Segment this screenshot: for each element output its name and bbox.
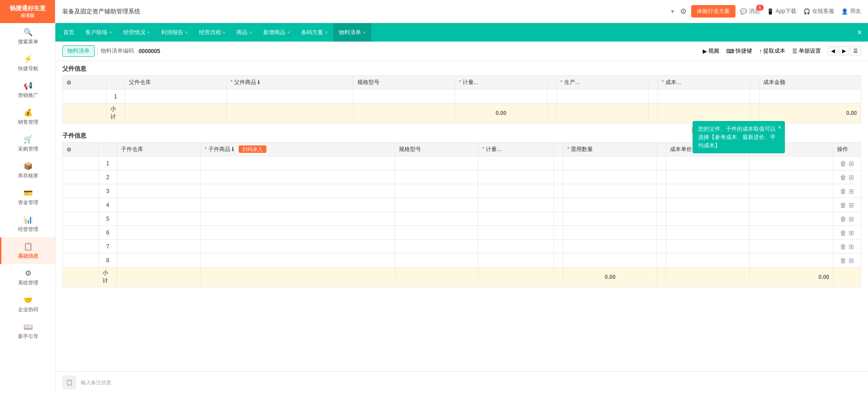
sidebar-item-1[interactable]: ⚡快捷导航 [0, 50, 55, 77]
child-row4-copy-icon[interactable]: ⊞ [849, 201, 854, 209]
parent-row1-production[interactable] [556, 90, 649, 103]
online-service-button[interactable]: 🎧 在线客服 [803, 7, 834, 15]
child-row6-price[interactable] [666, 226, 750, 240]
child-row6-delete-icon[interactable]: 🗑 [840, 229, 846, 236]
child-row3-qty[interactable] [563, 184, 657, 198]
child-row7-qty[interactable] [563, 240, 657, 254]
parent-col-settings[interactable]: ⚙ [63, 76, 107, 90]
child-row6-qty[interactable] [563, 226, 657, 240]
child-row1-delete-icon[interactable]: 🗑 [840, 160, 846, 167]
child-row7-warehouse[interactable] [117, 240, 200, 254]
child-row4-delete-icon[interactable]: 🗑 [840, 201, 846, 209]
parent-row1-product[interactable] [226, 90, 353, 103]
nav-tab-close-8[interactable]: × [363, 30, 366, 35]
child-row8-unit[interactable] [478, 254, 554, 267]
child-row1-amount[interactable] [750, 157, 833, 170]
sidebar-item-10[interactable]: 🤝企业协同 [0, 291, 55, 318]
child-row4-warehouse[interactable] [117, 198, 200, 212]
child-row5-price[interactable] [666, 212, 750, 226]
nav-tab-6[interactable]: 新增商品× [258, 23, 295, 42]
dropdown-arrow[interactable]: ▼ [670, 8, 675, 15]
child-row7-spec[interactable] [395, 240, 478, 254]
child-row5-copy-icon[interactable]: ⊞ [849, 215, 854, 223]
child-row5-delete-icon[interactable]: 🗑 [840, 215, 846, 223]
child-row4-product[interactable] [200, 198, 395, 212]
child-row3-product[interactable] [200, 184, 395, 198]
child-row7-amount[interactable] [750, 240, 833, 254]
child-row6-spec[interactable] [395, 226, 478, 240]
single-settings-button[interactable]: ☰ 单据设置 [792, 47, 821, 55]
child-row3-amount[interactable] [750, 184, 833, 198]
sub-tab-bom[interactable]: 物料清单 [62, 45, 95, 57]
child-row1-copy-icon[interactable]: ⊞ [849, 160, 854, 167]
child-row3-copy-icon[interactable]: ⊞ [849, 187, 854, 195]
sidebar-item-9[interactable]: ⚙系统管理 [0, 264, 55, 291]
child-row5-unit[interactable] [478, 212, 554, 226]
child-row8-product[interactable] [200, 254, 395, 267]
nav-tab-close-3[interactable]: × [185, 30, 188, 35]
prev-page-button[interactable]: ◀ [828, 47, 838, 55]
child-row6-product[interactable] [200, 226, 395, 240]
sidebar-item-8[interactable]: 📋基础信息 [0, 237, 55, 264]
parent-row1-unit[interactable] [455, 90, 547, 103]
child-row8-price[interactable] [666, 254, 750, 267]
child-row8-copy-icon[interactable]: ⊞ [849, 257, 854, 264]
child-row2-copy-icon[interactable]: ⊞ [849, 174, 854, 181]
nav-tab-close-1[interactable]: × [109, 30, 112, 35]
parent-row1-warehouse[interactable] [125, 90, 226, 103]
nav-tab-4[interactable]: 经营历程× [193, 23, 231, 42]
child-row3-spec[interactable] [395, 184, 478, 198]
parent-row1-cost-amount[interactable] [760, 90, 861, 103]
sidebar-item-11[interactable]: 📖新手引导 [0, 318, 55, 345]
close-icon[interactable]: × [778, 123, 781, 132]
extract-cost-button[interactable]: ↑ 提取成本 [759, 47, 785, 55]
sidebar-item-0[interactable]: 🔍搜索菜单 [0, 23, 55, 50]
trial-button[interactable]: 体验行业方案 [691, 5, 735, 18]
child-row2-warehouse[interactable] [117, 170, 200, 184]
nav-tab-2[interactable]: 经营情况× [118, 23, 156, 42]
nav-tab-1[interactable]: 客户联络× [80, 23, 118, 42]
child-row3-warehouse[interactable] [117, 184, 200, 198]
child-row6-warehouse[interactable] [117, 226, 200, 240]
sidebar-item-7[interactable]: 📊经营管理 [0, 211, 55, 237]
list-view-button[interactable]: ☰ [850, 47, 861, 55]
nav-tab-8[interactable]: 物料清单× [333, 23, 371, 42]
child-row2-delete-icon[interactable]: 🗑 [840, 174, 846, 181]
child-row1-unit[interactable] [478, 157, 554, 170]
child-row1-price[interactable] [666, 157, 750, 170]
sidebar-item-2[interactable]: 📢营销推广 [0, 77, 55, 103]
child-row4-qty[interactable] [563, 198, 657, 212]
child-row4-price[interactable] [666, 198, 750, 212]
child-row5-qty[interactable] [563, 212, 657, 226]
child-row2-price[interactable] [666, 170, 750, 184]
nav-tab-close-5[interactable]: × [249, 30, 252, 35]
user-button[interactable]: 👤 用友 [841, 7, 861, 15]
child-row7-unit[interactable] [478, 240, 554, 254]
nav-tab-close-7[interactable]: × [325, 30, 328, 35]
child-row1-qty[interactable] [563, 157, 657, 170]
child-row3-price[interactable] [666, 184, 750, 198]
child-row6-copy-icon[interactable]: ⊞ [849, 229, 854, 236]
message-button[interactable]: 💬 消息 6 [740, 7, 760, 15]
sidebar-item-3[interactable]: 💰销售管理 [0, 103, 55, 130]
scan-button[interactable]: 扫码录入 [239, 145, 266, 153]
child-row7-copy-icon[interactable]: ⊞ [849, 243, 854, 250]
next-page-button[interactable]: ▶ [839, 47, 849, 55]
child-row5-spec[interactable] [395, 212, 478, 226]
child-row4-spec[interactable] [395, 198, 478, 212]
child-row4-unit[interactable] [478, 198, 554, 212]
nav-tab-close-4[interactable]: × [223, 30, 226, 35]
nav-tab-0[interactable]: 首页 [58, 23, 80, 42]
child-row8-amount[interactable] [750, 254, 833, 267]
child-col-settings[interactable]: ⚙ [63, 143, 99, 157]
app-download-button[interactable]: 📱 App下载 [767, 7, 796, 15]
view-button[interactable]: ▶ 视频 [703, 47, 719, 55]
child-row7-delete-icon[interactable]: 🗑 [840, 243, 846, 250]
child-row6-amount[interactable] [750, 226, 833, 240]
nav-tab-3[interactable]: 利润报告× [156, 23, 193, 42]
child-row5-product[interactable] [200, 212, 395, 226]
child-row7-product[interactable] [200, 240, 395, 254]
child-row3-delete-icon[interactable]: 🗑 [840, 187, 846, 195]
child-row1-product[interactable] [200, 157, 395, 170]
child-row2-amount[interactable] [750, 170, 833, 184]
